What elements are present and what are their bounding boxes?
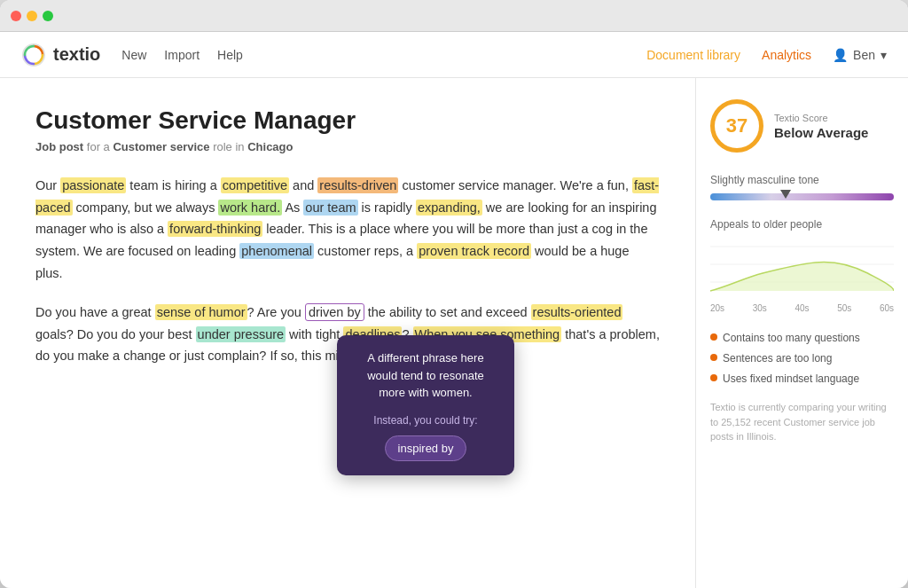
highlight-under-pressure: under pressure [196, 326, 286, 342]
subtitle-location: Chicago [247, 140, 293, 153]
user-icon: 👤 [833, 48, 848, 62]
svg-point-0 [23, 44, 44, 66]
age-chart-area [710, 263, 894, 292]
age-labels: 20s 30s 40s 50s 60s [710, 303, 894, 313]
highlight-results-driven: results-driven [317, 177, 398, 193]
score-number: 37 [726, 114, 748, 137]
highlight-sense-of-humor: sense of humor [155, 304, 247, 320]
tone-bar [710, 193, 894, 200]
document-area: Customer Service Manager Job post for a … [0, 78, 695, 588]
appeals-label: Appeals to older people [710, 218, 894, 231]
app-window: textio New Import Help Document library … [0, 0, 908, 588]
age-label-60s: 60s [880, 303, 894, 313]
logo-icon [21, 43, 46, 67]
highlight-phenomenal: phenomenal [239, 243, 314, 259]
insight-item-2: Sentences are too long [710, 351, 894, 366]
insight-text-2: Sentences are too long [723, 351, 832, 366]
score-info: Textio Score Below Average [774, 113, 868, 140]
bullet-dot-3 [710, 374, 717, 381]
tone-section: Slightly masculine tone [710, 174, 894, 200]
highlight-driven-by[interactable]: driven by [305, 303, 364, 321]
tone-label: Slightly masculine tone [710, 174, 894, 186]
age-label-50s: 50s [837, 303, 851, 313]
subtitle-role: Customer service [113, 140, 209, 153]
highlight-proven-track: proven track record [417, 243, 531, 259]
logo-text: textio [53, 44, 100, 65]
doc-title: Customer Service Manager [35, 106, 660, 135]
title-bar [0, 0, 908, 32]
age-chart [710, 238, 894, 300]
doc-library-link[interactable]: Document library [646, 48, 740, 62]
main-nav: New Import Help [121, 48, 243, 62]
insight-item-1: Contains too many questions [710, 331, 894, 346]
main-area: Customer Service Manager Job post for a … [0, 78, 908, 588]
tone-indicator [780, 190, 791, 199]
highlight-expanding: expanding, [416, 200, 482, 216]
age-section: Appeals to older people [710, 218, 894, 313]
age-label-40s: 40s [794, 303, 809, 313]
highlight-work-hard: work hard. [218, 200, 282, 216]
highlight-passionate: passionate [60, 177, 126, 193]
highlight-forward-thinking: forward-thinking [168, 221, 262, 237]
tooltip: A different phrase here would tend to re… [337, 335, 514, 475]
score-circle: 37 [710, 99, 763, 153]
user-menu[interactable]: 👤 Ben ▾ [833, 48, 887, 62]
score-label: Textio Score [774, 113, 868, 123]
chevron-down-icon: ▾ [881, 48, 887, 62]
insight-text-3: Uses fixed mindset language [723, 372, 859, 387]
sidebar-footer: Textio is currently comparing your writi… [710, 400, 894, 444]
tooltip-container: A different phrase here would tend to re… [337, 335, 514, 475]
subtitle-job-post: Job post [35, 140, 83, 153]
app-content: textio New Import Help Document library … [0, 32, 908, 588]
highlight-competitive: competitive [221, 177, 289, 193]
age-label-30s: 30s [753, 303, 767, 313]
close-button[interactable] [11, 11, 21, 21]
score-value: Below Average [774, 125, 868, 140]
tooltip-suggest-label: Instead, you could try: [355, 412, 497, 428]
age-label-20s: 20s [710, 303, 724, 313]
score-section: 37 Textio Score Below Average [710, 99, 894, 153]
header-right: Document library Analytics 👤 Ben ▾ [646, 48, 887, 62]
doc-subtitle: Job post for a Customer service role in … [35, 140, 660, 153]
header: textio New Import Help Document library … [0, 32, 908, 78]
new-link[interactable]: New [121, 48, 146, 62]
user-name: Ben [853, 48, 875, 62]
tooltip-suggestion[interactable]: inspired by [385, 435, 467, 462]
highlight-results-oriented: results-oriented [531, 304, 623, 320]
bullet-dot-2 [710, 354, 717, 361]
help-link[interactable]: Help [217, 48, 243, 62]
subtitle-for: for a [87, 140, 114, 153]
logo[interactable]: textio [21, 43, 100, 67]
insight-text-1: Contains too many questions [723, 331, 860, 346]
analytics-link[interactable]: Analytics [762, 48, 811, 62]
subtitle-role-in: role in [213, 140, 247, 153]
paragraph-1: Our passionate team is hiring a competit… [35, 175, 660, 284]
traffic-lights [11, 11, 53, 21]
insight-list: Contains too many questions Sentences ar… [710, 331, 894, 386]
insight-item-3: Uses fixed mindset language [710, 372, 894, 387]
fullscreen-button[interactable] [43, 11, 53, 21]
minimize-button[interactable] [27, 11, 37, 21]
tooltip-main-text: A different phrase here would tend to re… [355, 349, 497, 402]
highlight-our-team: our team [303, 200, 357, 216]
age-chart-svg [710, 238, 894, 300]
import-link[interactable]: Import [164, 48, 200, 62]
sidebar: 37 Textio Score Below Average Slightly m… [695, 78, 908, 588]
bullet-dot-1 [710, 333, 717, 341]
